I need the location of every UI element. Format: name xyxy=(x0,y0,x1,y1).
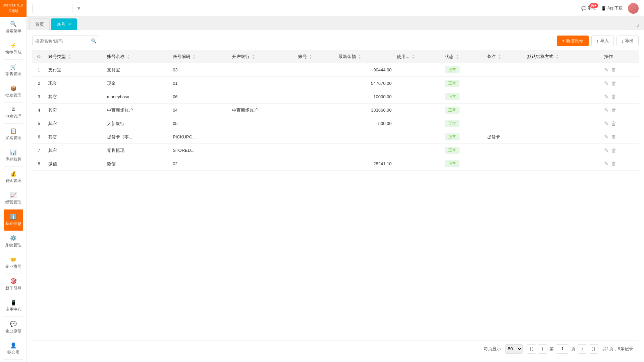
delete-button-1[interactable]: 🗑 xyxy=(611,80,616,86)
sidebar-item-0[interactable]: 🔍搜索菜单 xyxy=(4,17,23,38)
action-buttons-0: ✎ 🗑 xyxy=(604,67,636,73)
sidebar-icon-6: 📊 xyxy=(5,149,21,156)
sidebar-item-8[interactable]: 📈经营管理 xyxy=(4,188,23,209)
tab-close-icon[interactable]: ✕ xyxy=(68,22,71,26)
sidebar-item-12[interactable]: 🎯新手引导 xyxy=(4,274,23,295)
sidebar-item-10[interactable]: ⚙️系统管理 xyxy=(4,231,23,252)
table-row: 6 其它 提货卡（零... PICKUPC... 正常 提货卡 ✎ 🗑 xyxy=(32,130,639,144)
page-prev-button[interactable]: ⟨ xyxy=(538,344,547,354)
th-code[interactable]: 账号编码 ▲▼ xyxy=(170,50,229,63)
export-label: 导出 xyxy=(625,38,634,44)
page-size-label: 每页显示 xyxy=(484,346,501,352)
tab-maximize-icon[interactable]: ⤢ xyxy=(635,22,641,30)
cell-type-4: 其它 xyxy=(46,117,104,130)
delete-button-4[interactable]: 🗑 xyxy=(611,121,616,127)
cell-account-3 xyxy=(296,104,336,117)
search-input[interactable] xyxy=(32,36,99,46)
tab-account[interactable]: 账号 ✕ xyxy=(51,18,77,30)
tab-minimize-icon[interactable]: ─ xyxy=(627,22,633,30)
user-avatar[interactable] xyxy=(628,3,639,14)
page-size-select[interactable]: 50 10 20 100 xyxy=(505,344,523,354)
sidebar-item-14[interactable]: 💬企业微信 xyxy=(4,317,23,338)
page-first-button[interactable]: ⟨⟨ xyxy=(527,344,536,354)
delete-button-7[interactable]: 🗑 xyxy=(611,161,616,167)
cell-usage-6 xyxy=(394,144,442,157)
sidebar-item-15[interactable]: 👤畅会员 xyxy=(4,338,23,360)
sidebar-label-8: 经营管理 xyxy=(5,200,21,204)
delete-button-6[interactable]: 🗑 xyxy=(611,147,616,154)
th-note[interactable]: 备注 ▲▼ xyxy=(484,50,525,63)
th-usage[interactable]: 使用... ▲▼ xyxy=(394,50,442,63)
cell-code-7: 02 xyxy=(170,157,229,171)
header-left: ▼ xyxy=(32,4,81,13)
sidebar-item-4[interactable]: 🖥电商管理 xyxy=(4,103,23,124)
export-button[interactable]: ↓ 导出 xyxy=(616,36,639,46)
delete-button-2[interactable]: 🗑 xyxy=(611,94,616,100)
tab-home[interactable]: 首页 xyxy=(30,18,50,30)
sidebar-item-13[interactable]: 📱应用中心 xyxy=(4,295,23,317)
sidebar-label-1: 快捷导航 xyxy=(5,50,21,55)
sidebar-item-9[interactable]: ℹ️基础信息 xyxy=(4,209,23,231)
sort-code-icon: ▲▼ xyxy=(193,54,196,60)
sidebar-item-6[interactable]: 📊库存核算 xyxy=(4,145,23,167)
cell-num-7: 8 xyxy=(32,157,46,171)
cell-balance-1: 547670.00 xyxy=(336,77,394,90)
th-status[interactable]: 状态 ▲▼ xyxy=(442,50,484,63)
gear-icon[interactable]: ⚙ xyxy=(37,54,41,59)
delete-button-5[interactable]: 🗑 xyxy=(611,134,616,140)
edit-button-1[interactable]: ✎ xyxy=(604,80,608,86)
edit-button-5[interactable]: ✎ xyxy=(604,134,608,140)
edit-button-0[interactable]: ✎ xyxy=(604,67,608,73)
add-account-button[interactable]: + 新增账号 xyxy=(557,36,589,46)
app-download-button[interactable]: 📱 App下载 xyxy=(601,5,623,11)
th-payment[interactable]: 默认结算方式 ▲▼ xyxy=(525,50,601,63)
page-last-button[interactable]: ⟩⟩ xyxy=(589,344,598,354)
cell-usage-3 xyxy=(394,104,442,117)
cell-name-0: 支付宝 xyxy=(104,63,170,77)
sidebar-item-3[interactable]: 📦批发管理 xyxy=(4,81,23,103)
sidebar-label-4: 电商管理 xyxy=(5,114,21,119)
sidebar-item-2[interactable]: 🛒零售管理 xyxy=(4,60,23,81)
delete-button-3[interactable]: 🗑 xyxy=(611,107,616,113)
sidebar-label-0: 搜索菜单 xyxy=(5,28,21,33)
notification-button[interactable]: 💬 消息 99+ xyxy=(581,5,596,11)
edit-button-7[interactable]: ✎ xyxy=(604,161,608,167)
th-name[interactable]: 账号名称 ▲▼ xyxy=(104,50,170,63)
page-next-button[interactable]: ⟩ xyxy=(578,344,587,354)
sidebar-label-13: 应用中心 xyxy=(5,307,21,312)
cell-name-5: 提货卡（零... xyxy=(104,130,170,144)
edit-button-3[interactable]: ✎ xyxy=(604,107,608,113)
sidebar-item-11[interactable]: 🤝企业协同 xyxy=(4,252,23,274)
accounts-table: ⚙ 账号类型 ▲▼ 账号名称 ▲▼ 账号编码 ▲▼ xyxy=(32,50,639,171)
edit-button-4[interactable]: ✎ xyxy=(604,120,608,127)
download-icon: 📱 xyxy=(601,6,606,11)
edit-button-6[interactable]: ✎ xyxy=(604,147,608,154)
sidebar-label-9: 基础信息 xyxy=(5,221,21,226)
toolbar: 🔍 + 新增账号 ↑ 导入 ↓ 导出 xyxy=(32,36,639,46)
delete-button-0[interactable]: 🗑 xyxy=(611,67,616,73)
sidebar-item-1[interactable]: ⚡快捷导航 xyxy=(4,38,23,60)
table-row: 5 其它 大新银行 05 500.00 正常 ✎ 🗑 xyxy=(32,117,639,130)
th-type[interactable]: 账号类型 ▲▼ xyxy=(46,50,104,63)
sidebar-icon-2: 🛒 xyxy=(5,64,21,70)
cell-name-2: moneybosx xyxy=(104,90,170,104)
import-button[interactable]: ↑ 导入 xyxy=(591,36,614,46)
search-icon[interactable]: 🔍 xyxy=(91,38,97,44)
toolbar-left: 🔍 xyxy=(32,36,99,46)
sidebar-item-5[interactable]: 📋采购管理 xyxy=(4,124,23,145)
cell-name-6: 零售抵现 xyxy=(104,144,170,157)
th-balance[interactable]: 最新余额 ▲▼ xyxy=(336,50,394,63)
action-buttons-5: ✎ 🗑 xyxy=(604,134,636,140)
th-bank[interactable]: 开户银行 ▲▼ xyxy=(229,50,296,63)
cell-bank-3: 中百商场账户 xyxy=(229,104,296,117)
cell-note-0 xyxy=(484,63,525,77)
page-label: 第 xyxy=(549,346,554,352)
edit-button-2[interactable]: ✎ xyxy=(604,94,608,100)
top-search-input[interactable] xyxy=(32,4,72,13)
th-action: 操作 xyxy=(601,50,639,63)
th-account[interactable]: 账号 ▲▼ xyxy=(296,50,336,63)
sidebar-label-2: 零售管理 xyxy=(5,71,21,76)
sidebar-item-7[interactable]: 💰资金管理 xyxy=(4,167,23,188)
sidebar-icon-11: 🤝 xyxy=(5,256,21,263)
page-number-input[interactable] xyxy=(556,344,569,354)
